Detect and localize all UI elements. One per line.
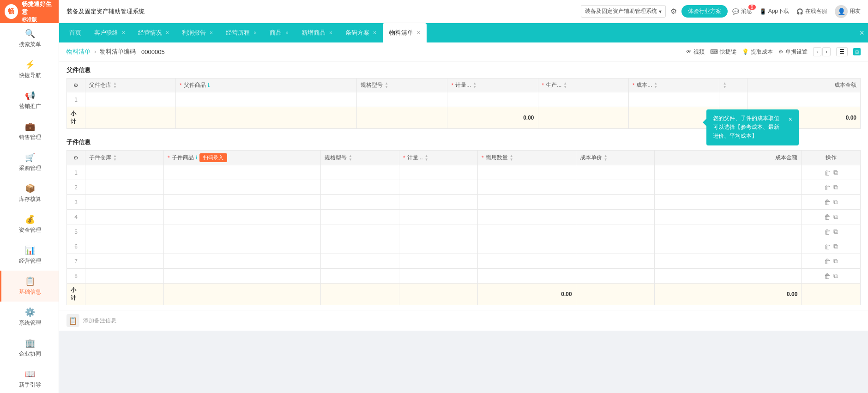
child-row-6-delete-icon[interactable]: 🗑 [824,243,831,250]
child-row-7-unit-cost[interactable] [576,254,654,269]
child-row-4-delete-icon[interactable]: 🗑 [824,213,831,221]
child-row-7-unit[interactable] [399,254,478,269]
extract-cost-action[interactable]: 💡 提取成本 [742,48,773,56]
sidebar-item-guide[interactable]: 📖 新手引导 [0,363,59,393]
system-dropdown[interactable]: 装备及固定资产辅助管理系统 ▾ [581,5,666,18]
sidebar-item-purchase[interactable]: 🛒 采购管理 [0,147,59,178]
tab-operation-status-close[interactable]: × [166,30,169,36]
next-arrow[interactable]: › [822,47,831,56]
tab-home[interactable]: 首页 [63,23,88,42]
sidebar-item-quick-nav[interactable]: ⚡ 快捷导航 [0,54,59,85]
child-row-7-warehouse[interactable] [85,254,164,269]
sidebar-item-operation[interactable]: 📊 经营管理 [0,240,59,271]
child-row-8-unit-cost[interactable] [576,269,654,284]
child-row-7-delete-icon[interactable]: 🗑 [824,258,831,265]
child-row-6-unit-cost[interactable] [576,239,654,254]
tab-customer[interactable]: 客户联络 × [88,23,132,42]
child-row-2-product[interactable] [164,180,321,195]
child-row-7-copy-icon[interactable]: ⧉ [833,257,838,265]
child-row-8-copy-icon[interactable]: ⧉ [833,272,838,280]
child-row-4-unit-cost[interactable] [576,210,654,224]
child-row-1-unit-cost[interactable] [576,165,654,180]
child-row-1-product[interactable] [164,165,321,180]
tab-add-goods-close[interactable]: × [329,30,332,36]
child-row-2-delete-icon[interactable]: 🗑 [824,184,831,191]
tab-bom[interactable]: 物料清单 × [383,23,427,42]
child-row-7-product[interactable] [164,254,321,269]
sidebar-item-enterprise[interactable]: 🏢 企业协同 [0,333,59,363]
child-row-1-warehouse[interactable] [85,165,164,180]
child-gear-icon[interactable]: ⚙ [73,155,78,161]
child-row-4-unit[interactable] [399,210,478,224]
child-product-help[interactable]: ℹ [196,155,198,161]
sidebar-item-basic-info[interactable]: 📋 基础信息 [0,271,59,302]
trial-button[interactable]: 体验行业方案 [681,5,728,18]
child-row-5-qty[interactable] [478,224,576,239]
child-row-4-copy-icon[interactable]: ⧉ [833,213,838,221]
app-download-button[interactable]: 📱 App下载 [760,7,789,15]
tab-add-goods[interactable]: 新增商品 × [295,23,339,42]
child-row-5-product[interactable] [164,224,321,239]
child-row-3-delete-icon[interactable]: 🗑 [824,199,831,206]
settings-icon[interactable]: ⚙ [670,7,677,16]
parent-row-1-spec[interactable] [357,92,447,107]
child-row-5-warehouse[interactable] [85,224,164,239]
child-row-3-spec[interactable] [321,195,399,210]
child-row-6-copy-icon[interactable]: ⧉ [833,242,838,250]
sidebar-item-finance[interactable]: 💰 资金管理 [0,209,59,240]
child-row-7-spec[interactable] [321,254,399,269]
child-row-2-warehouse[interactable] [85,180,164,195]
child-row-5-delete-icon[interactable]: 🗑 [824,228,831,236]
child-row-4-qty[interactable] [478,210,576,224]
child-row-7-qty[interactable] [478,254,576,269]
sidebar-item-inventory[interactable]: 📦 库存核算 [0,178,59,209]
tab-customer-close[interactable]: × [122,30,125,36]
parent-row-1-cost[interactable] [628,92,719,107]
parent-gear-icon[interactable]: ⚙ [73,82,78,89]
message-button[interactable]: 💬 消息 6 [732,7,752,15]
shortcut-action[interactable]: ⌨ 快捷键 [710,48,736,56]
child-row-8-product[interactable] [164,269,321,284]
child-row-4-spec[interactable] [321,210,399,224]
tooltip-close-button[interactable]: × [789,114,792,124]
sidebar-item-marketing[interactable]: 📢 营销推广 [0,85,59,116]
child-row-2-spec[interactable] [321,180,399,195]
child-row-3-qty[interactable] [478,195,576,210]
child-row-4-warehouse[interactable] [85,210,164,224]
breadcrumb-bom[interactable]: 物料清单 [66,48,90,56]
child-row-8-unit[interactable] [399,269,478,284]
child-row-1-delete-icon[interactable]: 🗑 [824,169,831,176]
child-row-2-unit[interactable] [399,180,478,195]
child-row-5-unit[interactable] [399,224,478,239]
child-row-5-spec[interactable] [321,224,399,239]
view-action[interactable]: 👁 视频 [686,48,705,56]
scan-button[interactable]: 扫码录入 [199,153,227,162]
tab-barcode-close[interactable]: × [373,30,376,36]
child-row-5-unit-cost[interactable] [576,224,654,239]
child-row-8-qty[interactable] [478,269,576,284]
prev-arrow[interactable]: ‹ [813,47,821,56]
expand-button[interactable]: ⊞ [853,48,861,55]
child-row-8-spec[interactable] [321,269,399,284]
child-row-3-unit-cost[interactable] [576,195,654,210]
child-row-1-copy-icon[interactable]: ⧉ [833,169,838,176]
online-service-button[interactable]: 🎧 在线客服 [796,7,827,15]
child-row-1-unit[interactable] [399,165,478,180]
child-row-8-warehouse[interactable] [85,269,164,284]
child-row-6-unit[interactable] [399,239,478,254]
tab-close-all[interactable]: × [859,28,864,38]
parent-product-help[interactable]: ℹ [208,82,210,88]
parent-row-1-production[interactable] [538,92,628,107]
sidebar-item-search[interactable]: 🔍 搜索菜单 [0,23,59,54]
sidebar-item-sales[interactable]: 💼 销售管理 [0,116,59,147]
parent-row-1-product[interactable] [176,92,357,107]
child-row-6-product[interactable] [164,239,321,254]
child-row-3-unit[interactable] [399,195,478,210]
menu-button[interactable]: ☰ [836,47,848,56]
child-row-1-spec[interactable] [321,165,399,180]
child-row-6-spec[interactable] [321,239,399,254]
child-row-2-qty[interactable] [478,180,576,195]
child-row-2-copy-icon[interactable]: ⧉ [833,183,838,191]
child-row-2-unit-cost[interactable] [576,180,654,195]
child-row-6-warehouse[interactable] [85,239,164,254]
